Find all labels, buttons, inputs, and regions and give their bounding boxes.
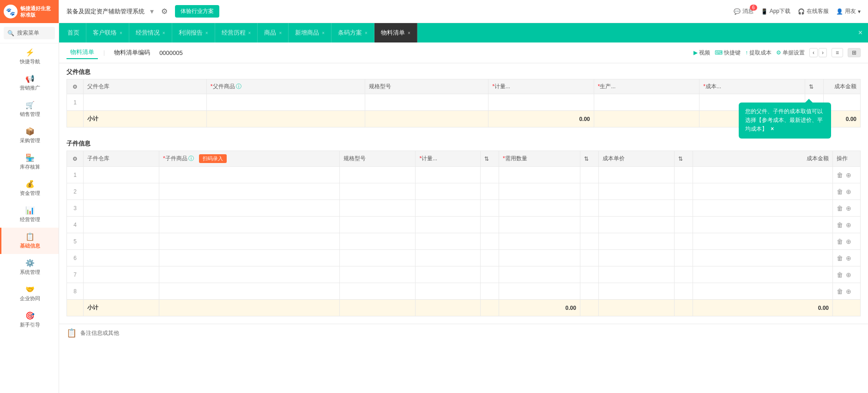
delete-row-4-btn[interactable]: 🗑	[837, 221, 843, 229]
search-menu-button[interactable]: 🔍 搜索菜单	[4, 27, 55, 39]
child-row-4-qty[interactable]	[499, 217, 580, 233]
child-row-6-product[interactable]	[159, 250, 340, 266]
child-row-6-qty[interactable]	[499, 250, 580, 266]
tab-profit-close[interactable]: ×	[205, 30, 208, 36]
child-row-7-product[interactable]	[159, 266, 340, 283]
copy-row-4-btn[interactable]: ⊕	[846, 221, 851, 229]
sidebar-item-sales[interactable]: 🛒 销售管理	[0, 96, 59, 122]
child-row-5-unit[interactable]	[416, 233, 481, 250]
sidebar-item-basic-info[interactable]: 📋 基础信息	[0, 228, 59, 254]
tab-products-close[interactable]: ×	[279, 30, 282, 36]
child-row-4-unit[interactable]	[416, 217, 481, 233]
tab-barcode[interactable]: 条码方案 ×	[332, 23, 374, 42]
parent-row-1-spec[interactable]	[365, 94, 488, 111]
sidebar-item-finance[interactable]: 💰 资金管理	[0, 175, 59, 201]
delete-row-2-btn[interactable]: 🗑	[837, 188, 843, 195]
child-row-6-unit-price[interactable]	[598, 250, 674, 266]
sub-tab-bom-list[interactable]: 物料清单	[66, 46, 98, 59]
parent-row-1-unit[interactable]	[488, 94, 594, 111]
single-settings-action[interactable]: ⚙ 单据设置	[776, 49, 805, 57]
child-row-2-warehouse[interactable]	[84, 183, 159, 200]
tab-operations-close[interactable]: ×	[163, 30, 165, 36]
child-row-5-spec[interactable]	[340, 233, 416, 250]
child-row-2-unit[interactable]	[416, 183, 481, 200]
child-row-3-unit-price[interactable]	[598, 200, 674, 217]
copy-row-5-btn[interactable]: ⊕	[846, 238, 851, 245]
delete-row-8-btn[interactable]: 🗑	[837, 288, 843, 295]
sidebar-item-operations-mgr[interactable]: 📊 经营管理	[0, 201, 59, 228]
child-row-2-unit-price[interactable]	[598, 183, 674, 200]
scan-input-btn[interactable]: 扫码录入	[199, 154, 227, 163]
child-row-1-unit-price[interactable]	[598, 167, 674, 183]
online-service-action[interactable]: 🎧 在线客服	[798, 7, 829, 15]
copy-row-6-btn[interactable]: ⊕	[846, 254, 851, 262]
parent-row-1-production[interactable]	[594, 94, 699, 111]
tab-customers[interactable]: 客户联络 ×	[86, 23, 129, 42]
child-row-8-product[interactable]	[159, 283, 340, 300]
child-row-5-qty[interactable]	[499, 233, 580, 250]
tab-bom[interactable]: 物料清单 ×	[374, 23, 417, 42]
list-view-btn[interactable]: ⊞	[848, 48, 861, 57]
sidebar-item-marketing[interactable]: 📢 营销推广	[0, 70, 59, 96]
sub-tab-bom-code[interactable]: 物料清单编码	[110, 47, 154, 59]
copy-row-3-btn[interactable]: ⊕	[846, 205, 851, 212]
child-row-6-spec[interactable]	[340, 250, 416, 266]
child-row-7-unit[interactable]	[416, 266, 481, 283]
delete-row-7-btn[interactable]: 🗑	[837, 271, 843, 278]
video-action[interactable]: ▶ 视频	[693, 49, 710, 57]
child-row-1-spec[interactable]	[340, 167, 416, 183]
delete-row-5-btn[interactable]: 🗑	[837, 238, 843, 245]
copy-row-7-btn[interactable]: ⊕	[846, 271, 851, 278]
child-row-8-qty[interactable]	[499, 283, 580, 300]
child-row-2-product[interactable]	[159, 183, 340, 200]
extract-cost-action[interactable]: ↑ 提取成本	[745, 49, 772, 57]
parent-row-1-product[interactable]	[206, 94, 365, 111]
child-row-5-unit-price[interactable]	[598, 233, 674, 250]
parent-row-1-warehouse[interactable]	[84, 94, 207, 111]
child-row-3-qty[interactable]	[499, 200, 580, 217]
child-row-1-warehouse[interactable]	[84, 167, 159, 183]
tab-home[interactable]: 首页	[61, 23, 86, 42]
tab-customers-close[interactable]: ×	[120, 30, 122, 36]
child-row-8-unit[interactable]	[416, 283, 481, 300]
prev-arrow[interactable]: ‹	[809, 48, 818, 57]
delete-row-6-btn[interactable]: 🗑	[837, 254, 843, 262]
child-row-5-product[interactable]	[159, 233, 340, 250]
tab-history[interactable]: 经营历程 ×	[215, 23, 258, 42]
copy-row-2-btn[interactable]: ⊕	[846, 188, 851, 195]
child-row-8-spec[interactable]	[340, 283, 416, 300]
child-row-1-unit[interactable]	[416, 167, 481, 183]
child-row-5-warehouse[interactable]	[84, 233, 159, 250]
tab-products[interactable]: 商品 ×	[258, 23, 289, 42]
next-arrow[interactable]: ›	[819, 48, 827, 57]
tab-history-close[interactable]: ×	[248, 30, 251, 36]
tab-bom-close[interactable]: ×	[408, 30, 410, 36]
child-row-6-unit[interactable]	[416, 250, 481, 266]
app-download-action[interactable]: 📱 App下载	[761, 7, 790, 15]
child-row-8-warehouse[interactable]	[84, 283, 159, 300]
experience-btn[interactable]: 体验行业方案	[175, 5, 219, 18]
child-row-7-unit-price[interactable]	[598, 266, 674, 283]
child-row-4-spec[interactable]	[340, 217, 416, 233]
user-action[interactable]: 👤 用友 ▾	[836, 7, 861, 15]
tooltip-close-btn[interactable]: ×	[771, 126, 774, 132]
sidebar-item-system[interactable]: ⚙️ 系统管理	[0, 254, 59, 280]
child-row-2-spec[interactable]	[340, 183, 416, 200]
delete-row-1-btn[interactable]: 🗑	[837, 171, 843, 179]
tab-new-product-close[interactable]: ×	[322, 30, 325, 36]
child-row-4-unit-price[interactable]	[598, 217, 674, 233]
sidebar-item-purchase[interactable]: 📦 采购管理	[0, 122, 59, 149]
shortcut-action[interactable]: ⌨ 快捷键	[715, 49, 741, 57]
child-row-7-warehouse[interactable]	[84, 266, 159, 283]
delete-row-3-btn[interactable]: 🗑	[837, 205, 843, 212]
sidebar-item-guide[interactable]: 🎯 新手引导	[0, 307, 59, 333]
chevron-down-icon[interactable]: ▾	[150, 7, 154, 16]
sidebar-item-quicknav[interactable]: ⚡ 快捷导航	[0, 43, 59, 70]
settings-button[interactable]: ⚙	[159, 5, 169, 18]
child-row-3-warehouse[interactable]	[84, 200, 159, 217]
child-row-7-spec[interactable]	[340, 266, 416, 283]
child-row-1-qty[interactable]	[499, 167, 580, 183]
sidebar-item-collab[interactable]: 🤝 企业协同	[0, 280, 59, 307]
child-row-7-qty[interactable]	[499, 266, 580, 283]
child-row-3-unit[interactable]	[416, 200, 481, 217]
